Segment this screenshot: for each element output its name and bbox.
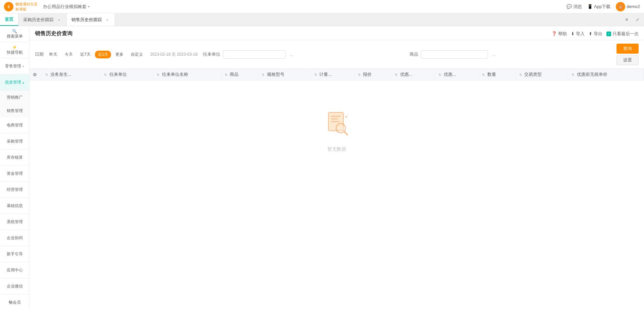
date-yesterday-btn[interactable]: 昨天 [46, 51, 60, 58]
checkbox-icon: ✓ [606, 32, 611, 36]
sort-icon: ⇅ [358, 73, 361, 76]
help-button[interactable]: ❓ 帮助 [551, 31, 567, 37]
sort-icon: ⇅ [225, 73, 227, 76]
sidebar-item-finance[interactable]: 资金管理 [0, 166, 29, 182]
table-col-pre-discount-tax[interactable]: ⇅ 优惠前无税单价 [568, 69, 644, 81]
message-action[interactable]: 💬 消息 [567, 4, 582, 10]
logo-text: 畅捷通好生意 标准版 [15, 2, 38, 11]
tab-bar-actions: ✕ ⤢ [620, 13, 644, 26]
partner-filter-input[interactable] [223, 50, 285, 59]
product-filter-group: 商品 ... [410, 50, 611, 59]
main-layout: 🔍 搜索菜单 ⚡ 快捷导航 零售管理 ▾ 批发管理 ▴ 营销推广 销售管理 电商… [0, 26, 644, 310]
date-range-text: 2023-02-18 至 2023-03-18 [150, 52, 197, 57]
table-col-unit[interactable]: ⇅ 计量... [311, 69, 354, 81]
sidebar-item-purchase[interactable]: 采购管理 [0, 134, 29, 150]
sidebar-item-search[interactable]: 🔍 搜索菜单 [0, 26, 29, 42]
date-more-btn[interactable]: 更多 [112, 51, 126, 58]
import-button[interactable]: ⬇ 导入 [571, 31, 585, 37]
close-purchase-tab-icon[interactable]: × [56, 17, 62, 22]
svg-text:d: d [620, 5, 622, 9]
table-col-discount2[interactable]: ⇅ 优惠... [435, 69, 479, 81]
sidebar-item-guide[interactable]: 新手引导 [0, 246, 29, 262]
date-1month-btn[interactable]: 近1月 [95, 51, 111, 58]
product-filter-label: 商品 [410, 51, 418, 57]
query-button[interactable]: 查询 [616, 44, 639, 54]
header-left: 6 畅捷通好生意 标准版 办公用品行业模拟账套 ▾ [4, 2, 92, 11]
settings-button[interactable]: 设置 [616, 55, 639, 65]
user-avatar[interactable]: d demo2 [616, 2, 640, 11]
phone-icon: 📱 [587, 4, 593, 9]
sidebar-item-member[interactable]: 畅会员 [0, 295, 29, 310]
sort-icon: ⇅ [438, 73, 441, 76]
avatar: d [616, 2, 625, 11]
chevron-down-icon: ▾ [88, 5, 90, 8]
table-col-quoted-price[interactable]: ⇅ 报价 [354, 69, 391, 81]
product-filter-input[interactable] [421, 50, 488, 59]
close-all-tabs-button[interactable]: ✕ [623, 16, 631, 24]
sidebar-item-retail[interactable]: 零售管理 ▾ [0, 58, 29, 74]
maximize-button[interactable]: ⤢ [633, 16, 641, 24]
date-filter-label: 日期 [35, 51, 44, 57]
svg-rect-5 [331, 116, 341, 117]
table-col-discount1[interactable]: ⇅ 优惠... [391, 69, 435, 81]
table-col-partner-code[interactable]: ⇅ 往来单位 [101, 69, 153, 81]
sidebar-item-ecommerce[interactable]: 电商管理 [0, 117, 29, 134]
sort-icon: ⇅ [262, 73, 264, 76]
svg-point-9 [338, 125, 344, 131]
export-button[interactable]: ⬆ 导出 [589, 31, 602, 37]
settings-icon: ⚙ [33, 72, 37, 77]
sort-icon: ⇅ [519, 73, 522, 76]
table-container: ⚙ ⇅ 业务发生... ⇅ 往来单位 ⇅ 往来单位名称 [30, 69, 644, 310]
chevron-down-icon: ▾ [22, 65, 24, 68]
tab-bar: 首页 采购历史价跟踪 × 销售历史价跟踪 × ✕ ⤢ [0, 13, 644, 26]
table-header: ⚙ ⇅ 业务发生... ⇅ 往来单位 ⇅ 往来单位名称 [30, 69, 644, 81]
tab-home[interactable]: 首页 [0, 13, 18, 26]
sidebar-item-marketing[interactable]: 营销推广 [0, 91, 29, 104]
product-ellipsis-button[interactable]: ... [491, 51, 497, 58]
svg-point-12 [347, 114, 348, 115]
sidebar-item-quicknav[interactable]: ⚡ 快捷导航 [0, 42, 29, 58]
date-buttons: 昨天 今天 近7天 近1月 更多 自定义 [46, 51, 146, 58]
sort-icon: ⇅ [104, 73, 107, 76]
date-custom-btn[interactable]: 自定义 [128, 51, 146, 58]
date-today-btn[interactable]: 今天 [62, 51, 76, 58]
svg-line-10 [344, 132, 347, 135]
partner-filter-group: 往来单位 ... [203, 50, 405, 59]
sort-icon: ⇅ [45, 73, 48, 76]
header-right: 💬 消息 📱 App下载 d demo2 [567, 2, 640, 11]
app-download-action[interactable]: 📱 App下载 [587, 4, 610, 10]
table-col-biz-date[interactable]: ⇅ 业务发生... [42, 69, 101, 81]
tab-purchase[interactable]: 采购历史价跟踪 × [18, 13, 67, 26]
close-sales-tab-icon[interactable]: × [105, 17, 110, 22]
only-last-checkbox[interactable]: ✓ 只看最后一次 [606, 31, 639, 37]
table-col-product[interactable]: ⇅ 商品 [221, 69, 258, 81]
sidebar-item-apps[interactable]: 应用中心 [0, 262, 29, 278]
table-col-trade-type[interactable]: ⇅ 交易类型 [516, 69, 568, 81]
filter-buttons: 查询 设置 [616, 44, 639, 65]
sidebar-item-operations[interactable]: 经营管理 [0, 182, 29, 198]
table-col-quantity[interactable]: ⇅ 数量 [479, 69, 516, 81]
svg-rect-6 [331, 118, 338, 119]
sidebar-item-wholesale[interactable]: 批发管理 ▴ [0, 74, 29, 91]
sidebar-item-sales-mgmt[interactable]: 销售管理 [0, 104, 29, 117]
sidebar-item-wechat[interactable]: 企业微信 [0, 278, 29, 295]
date-7days-btn[interactable]: 近7天 [77, 51, 94, 58]
svg-rect-7 [331, 121, 339, 122]
sidebar-item-basic[interactable]: 基础信息 [0, 198, 29, 214]
sidebar-item-system[interactable]: 系统管理 [0, 214, 29, 230]
empty-illustration [320, 107, 354, 141]
sidebar-item-enterprise[interactable]: 企业协同 [0, 230, 29, 246]
table-col-settings[interactable]: ⚙ [30, 69, 42, 81]
tab-sales[interactable]: 销售历史价跟踪 × [67, 13, 115, 26]
table-col-partner-name[interactable]: ⇅ 往来单位名称 [153, 69, 221, 81]
sidebar-item-inventory[interactable]: 库存核算 [0, 150, 29, 166]
data-table: ⚙ ⇅ 业务发生... ⇅ 往来单位 ⇅ 往来单位名称 [30, 69, 644, 81]
page-title: 销售历史价查询 [35, 30, 72, 37]
page-header: 销售历史价查询 ❓ 帮助 ⬇ 导入 ⬆ 导出 ✓ 只看最后一次 [30, 26, 644, 40]
app-selector[interactable]: 办公用品行业模拟账套 ▾ [40, 2, 92, 11]
quicknav-icon: ⚡ [12, 45, 17, 50]
date-filter-group: 日期 昨天 今天 近7天 近1月 更多 自定义 2023-02-18 至 202… [35, 51, 198, 58]
partner-ellipsis-button[interactable]: ... [288, 51, 294, 58]
sort-icon: ⇅ [395, 73, 397, 76]
table-col-spec[interactable]: ⇅ 规格型号 [258, 69, 311, 81]
